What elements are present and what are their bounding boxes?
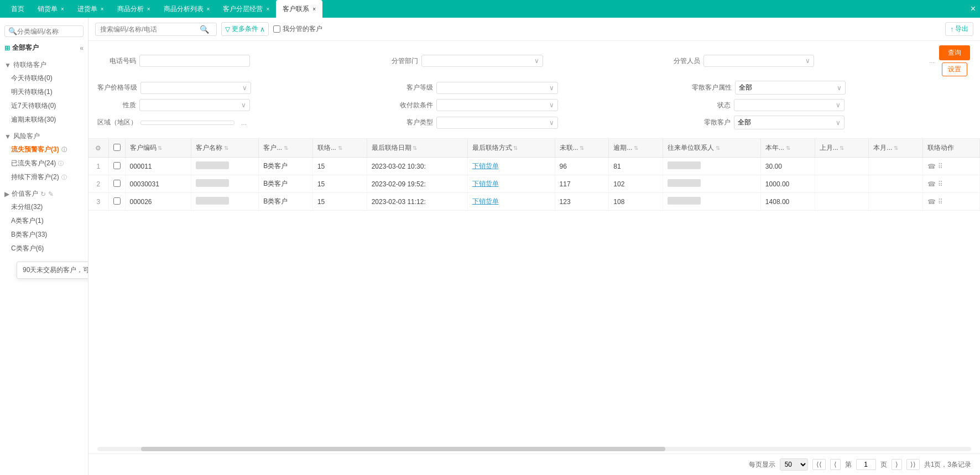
per-page-select[interactable]: 50 100 200: [780, 458, 808, 471]
tab-product-analysis-list[interactable]: 商品分析列表 ×: [157, 0, 217, 18]
th-this-month[interactable]: 本月...: [869, 139, 923, 158]
row2-method-link[interactable]: 下销货单: [472, 180, 499, 187]
th-code[interactable]: 客户编码: [125, 139, 191, 158]
filter-person-select[interactable]: ∨: [703, 55, 814, 67]
row1-contact-icon[interactable]: ☎: [927, 163, 936, 170]
select-all-checkbox[interactable]: [113, 144, 121, 151]
sidebar-all-customers[interactable]: ⊞ 全部客户 «: [0, 40, 88, 55]
row1-action-icons: ☎ ⠿: [927, 163, 975, 170]
row3-last-method[interactable]: 下销货单: [467, 193, 555, 211]
filter-nature-select[interactable]: ∨: [139, 99, 250, 111]
sidebar-item-7day-contact[interactable]: 近7天待联络(0): [0, 99, 88, 113]
risk-customer-group-title[interactable]: ▼ 风险客户: [0, 129, 88, 143]
th-last-month[interactable]: 上月...: [815, 139, 869, 158]
th-last-contact-date[interactable]: 最后联络日期: [367, 139, 467, 158]
search-input[interactable]: [100, 25, 200, 33]
table-row: 1 000011 B类客户 15 2023-03-02 10:30: 下销货单 …: [88, 158, 980, 175]
row1-check[interactable]: [108, 158, 125, 175]
th-this-year[interactable]: 本年...: [760, 139, 815, 158]
sidebar-item-ungrouped[interactable]: 未分组(32): [0, 200, 88, 214]
sidebar-item-declining[interactable]: 持续下滑客户(2) ⓘ: [0, 170, 88, 184]
scrollbar-thumb[interactable]: [141, 447, 665, 451]
th-settings[interactable]: ⚙: [88, 139, 108, 158]
prev-page-btn[interactable]: ⟨: [830, 459, 841, 470]
my-customers-checkbox[interactable]: [273, 25, 280, 33]
tab-customer-layer[interactable]: 客户分层经营 ×: [216, 0, 276, 18]
pending-contact-group-title[interactable]: ▼ 待联络客户: [0, 58, 88, 71]
row2-more-icon[interactable]: ⠿: [938, 180, 943, 188]
close-sales-order-tab[interactable]: ×: [61, 6, 64, 12]
filter-status-select[interactable]: ∨: [734, 99, 845, 111]
value-customer-group-title[interactable]: ▶ 价值客户 ↻ ✎: [0, 186, 88, 200]
th-level[interactable]: 客户...: [259, 139, 313, 158]
filter-dept-select[interactable]: ∨: [421, 55, 543, 67]
row3-check[interactable]: [108, 193, 125, 211]
query-button[interactable]: 查询: [939, 45, 970, 60]
row3-more-icon[interactable]: ⠿: [938, 198, 943, 206]
sidebar-item-today-contact[interactable]: 今天待联络(0): [0, 71, 88, 85]
filter-price-level-select[interactable]: ∨: [140, 82, 251, 94]
sidebar-item-churn-warning[interactable]: 流失预警客户(3) ⓘ: [0, 143, 88, 156]
filter-region-more[interactable]: ...: [238, 119, 250, 127]
row3-checkbox[interactable]: [113, 197, 121, 205]
filter-more-btn[interactable]: ▽ 更多条件 ∧: [221, 22, 269, 36]
home-tab[interactable]: 首页: [4, 0, 31, 18]
tab-purchase-order[interactable]: 进货单 ×: [71, 0, 111, 18]
filter-more-dots-1[interactable]: ...: [926, 57, 938, 65]
first-page-btn[interactable]: ⟨⟨: [812, 459, 826, 470]
th-last-contact-method[interactable]: 最后联络方式: [467, 139, 555, 158]
my-customers-checkbox-wrap[interactable]: 我分管的客户: [273, 24, 322, 34]
close-product-analysis-tab[interactable]: ×: [147, 6, 150, 12]
row1-method-link[interactable]: 下销货单: [472, 162, 499, 170]
last-page-btn[interactable]: ⟩⟩: [906, 459, 920, 470]
horizontal-scrollbar[interactable]: [97, 447, 971, 451]
row2-check[interactable]: [108, 175, 125, 193]
value-group-edit[interactable]: ✎: [48, 190, 54, 198]
th-no-contact[interactable]: 未联...: [555, 139, 609, 158]
row2-contact-icon[interactable]: ☎: [927, 180, 936, 188]
th-name[interactable]: 客户名称: [191, 139, 259, 158]
th-contact[interactable]: 联络...: [312, 139, 367, 158]
close-product-list-tab[interactable]: ×: [207, 6, 210, 12]
close-customer-layer-tab[interactable]: ×: [266, 6, 269, 12]
row2-checkbox[interactable]: [113, 180, 121, 187]
sidebar-item-classB[interactable]: B类客户(33): [0, 228, 88, 242]
row1-checkbox[interactable]: [113, 162, 121, 169]
row1-more-icon[interactable]: ⠿: [938, 163, 943, 170]
export-button[interactable]: ↑ 导出: [945, 22, 973, 36]
sidebar-item-overdue-contact[interactable]: 逾期未联络(30): [0, 113, 88, 127]
filter-retail-cust-select[interactable]: 全部 ∨: [734, 116, 845, 129]
search-icon-btn[interactable]: 🔍: [200, 25, 209, 34]
page-number-input[interactable]: [856, 459, 876, 470]
close-all-button[interactable]: ×: [971, 4, 976, 14]
filter-cust-type-select[interactable]: ∨: [436, 117, 558, 129]
row3-seq: 3: [88, 193, 108, 211]
sidebar-search-input[interactable]: [17, 28, 80, 35]
row3-contact-icon[interactable]: ☎: [927, 198, 936, 206]
next-page-btn[interactable]: ⟩: [892, 459, 902, 470]
th-overdue[interactable]: 逾期...: [609, 139, 663, 158]
filter-payment-select[interactable]: ∨: [436, 99, 558, 111]
sidebar-item-classC[interactable]: C类客户(6): [0, 242, 88, 255]
filter-cust-level-select[interactable]: ∨: [436, 82, 558, 94]
filter-retail-attr-select[interactable]: 全部 ∨: [735, 81, 846, 95]
close-purchase-tab[interactable]: ×: [101, 6, 104, 12]
sidebar-item-classA[interactable]: A类客户(1): [0, 214, 88, 228]
row1-last-method[interactable]: 下销货单: [467, 158, 555, 175]
row2-no-contact: 117: [555, 175, 609, 193]
settings-button[interactable]: 设置: [942, 62, 967, 76]
tab-sales-order[interactable]: 销货单 ×: [31, 0, 71, 18]
row2-last-method[interactable]: 下销货单: [467, 175, 555, 193]
tab-product-analysis[interactable]: 商品分析 ×: [111, 0, 157, 18]
value-group-refresh[interactable]: ↻: [40, 190, 46, 198]
row3-method-link[interactable]: 下销货单: [472, 197, 499, 205]
close-customer-contact-tab[interactable]: ×: [312, 6, 316, 12]
tab-customer-contact[interactable]: 客户联系 ×: [276, 0, 322, 18]
sidebar-item-churned[interactable]: 已流失客户(24) ⓘ: [0, 156, 88, 170]
filter-phone-input[interactable]: [139, 55, 250, 67]
th-unit-contact[interactable]: 往来单位联系人: [663, 139, 761, 158]
arrow-right-icon: ▶: [4, 190, 9, 198]
sidebar-item-tomorrow-contact[interactable]: 明天待联络(1): [0, 85, 88, 99]
th-checkbox[interactable]: [108, 139, 125, 158]
filter-region-select[interactable]: [140, 121, 234, 125]
